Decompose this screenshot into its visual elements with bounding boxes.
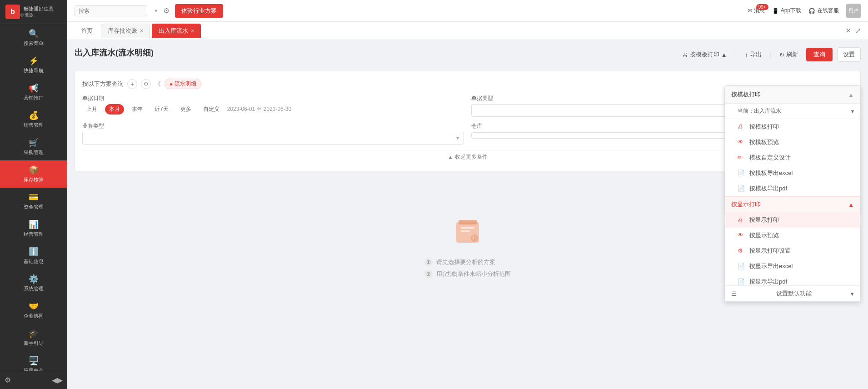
dropdown-scrollable: 当前：出入库流水 ▾ 🖨 按模板打印 👁 按模板预览 ✏ 模板自定义设计 (725, 104, 860, 285)
dropdown-item-display-pdf[interactable]: 📄 按显示导出pdf (725, 274, 860, 285)
page-content: 出入库流水(流水明细) 🖨 按模板打印 ▲ | ↑ 导出 | ↻ (67, 40, 868, 389)
tab-batch-close-icon[interactable]: × (140, 28, 143, 34)
dropdown-item-template-print[interactable]: 🖨 按模板打印 (725, 119, 860, 135)
settings-button[interactable]: 设置 (837, 47, 861, 62)
dropdown-current-item[interactable]: 当前：出入库流水 ▾ (725, 104, 860, 119)
refresh-icon: ↻ (779, 51, 784, 58)
sidebar-item-inventory[interactable]: 📦 库存核算 (0, 160, 67, 188)
collapse-label: 收起更多条件 (455, 153, 488, 161)
download-icon: 📱 (772, 8, 779, 14)
tab-flow-close-icon[interactable]: × (191, 28, 194, 34)
dropdown-item-template-pdf[interactable]: 📄 按模板导出pdf (725, 181, 860, 196)
sidebar-label-purchase: 采购管理 (24, 149, 44, 156)
eye-icon-1: 👁 (738, 139, 745, 146)
filter-add-button[interactable]: + (127, 79, 137, 89)
dropdown-footer[interactable]: ☰ 设置默认功能 ▾ (725, 285, 860, 301)
refresh-btn[interactable]: ↻ 刷新 (776, 49, 802, 60)
sidebar-item-sales[interactable]: 💰 销售管理 (0, 106, 67, 133)
dropdown-item-template-custom[interactable]: ✏ 模板自定义设计 (725, 150, 860, 165)
printer-icon-2: 🖨 (738, 216, 745, 224)
search-input[interactable] (79, 8, 143, 14)
sidebar-label-base: 基础信息 (24, 258, 44, 265)
date-btn-7days[interactable]: 近7天 (150, 104, 173, 115)
date-btn-last-month[interactable]: 上月 (82, 104, 101, 115)
sidebar-item-search[interactable]: 🔍 搜索菜单 (0, 24, 67, 51)
dropdown-item-display-settings[interactable]: ⚙ 按显示打印设置 (725, 243, 860, 259)
sidebar-item-quick-nav[interactable]: ⚡ 快捷导航 (0, 51, 67, 79)
sidebar-item-purchase[interactable]: 🛒 采购管理 (0, 133, 67, 160)
dropdown-display-label-1: 按显示预览 (749, 231, 854, 239)
logo-title: 畅捷通好生意 (24, 5, 54, 12)
sidebar-item-base[interactable]: ℹ️ 基础信息 (0, 242, 67, 269)
sidebar-label-finance: 资金管理 (24, 204, 44, 210)
sidebar-item-corp[interactable]: 🤝 企业协同 (0, 297, 67, 324)
filter-tag[interactable]: ● 流水明细 (165, 79, 201, 89)
customer-service-btn[interactable]: 🎧 在线客服 (808, 7, 839, 15)
dropdown-item-display-excel[interactable]: 📄 按显示导出excel (725, 259, 860, 274)
filter-business-select[interactable]: ▾ (82, 132, 464, 145)
dropdown-item-template-excel[interactable]: 📄 按模板导出excel (725, 165, 860, 181)
printer-icon: 🖨 (682, 51, 688, 58)
print-dropdown-btn[interactable]: 🖨 按模板打印 ▲ (678, 49, 731, 60)
sidebar-label-app-center: 应用中心 (24, 367, 44, 371)
sidebar-icon-operation: 📊 (29, 219, 39, 229)
sidebar-item-finance[interactable]: 💳 资金管理 (0, 188, 67, 215)
collapse-icon[interactable]: ◀▶ (52, 376, 63, 384)
dropdown-item-label-3: 按模板导出excel (749, 169, 854, 177)
export-label: 导出 (750, 50, 762, 59)
dropdown-current-label: 当前：出入库流水 (738, 107, 781, 115)
sidebar-item-guide[interactable]: 🎓 新手引导 (0, 324, 67, 351)
topbar-gear-icon[interactable]: ⚙ (163, 6, 170, 15)
excel-icon-2: 📄 (738, 263, 745, 270)
trial-button[interactable]: 体验行业方案 (175, 4, 223, 18)
filter-label: 按以下方案查询 (82, 80, 124, 88)
sidebar-icon-app-center: 🖥️ (29, 356, 39, 366)
dropdown-current-chevron-icon: ▾ (851, 108, 854, 115)
filter-date-group: 上月 本月 本年 近7天 更多 自定义 2023-06-01 至 2023-06… (82, 104, 464, 115)
app-download-btn[interactable]: 📱 App下载 (772, 7, 801, 15)
sidebar-icon-search: 🔍 (29, 29, 39, 39)
tab-flow[interactable]: 出入库流水 × (152, 24, 201, 38)
tab-home[interactable]: 首页 (75, 24, 99, 38)
tip-text-1: 请先选择要分析的方案 (436, 258, 495, 266)
date-range-text: 2023-06-01 至 2023-06-30 (227, 105, 291, 113)
date-btn-more[interactable]: 更多 (176, 104, 195, 115)
message-badge: 99+ (756, 4, 768, 10)
sidebar-item-marketing[interactable]: 📢 营销推广 (0, 79, 67, 106)
filter-tag-icon: ● (170, 81, 173, 87)
dropdown-title: 按模板打印 (731, 90, 761, 99)
sidebar-item-system[interactable]: ⚙️ 系统管理 (0, 269, 67, 297)
dropdown-item-template-preview[interactable]: 👁 按模板预览 (725, 135, 860, 150)
message-btn[interactable]: ✉ 消息 99+ (748, 7, 765, 15)
dropdown-collapse-icon[interactable]: ▲ (848, 91, 854, 98)
svg-rect-3 (461, 230, 470, 232)
tabbar-expand-icon[interactable]: ⤢ (855, 26, 861, 35)
sidebar-icon-marketing: 📢 (29, 83, 39, 93)
sidebar-item-operation[interactable]: 📊 经营管理 (0, 215, 67, 242)
filter-collapse-button[interactable]: 《 (155, 80, 161, 88)
date-btn-this-year[interactable]: 本年 (128, 104, 147, 115)
sidebar-label-operation: 经营管理 (24, 231, 44, 238)
date-btn-custom[interactable]: 自定义 (199, 104, 224, 115)
sidebar-item-app-center[interactable]: 🖥️ 应用中心 (0, 351, 67, 371)
export-btn[interactable]: ↑ 导出 (741, 49, 765, 60)
tab-batch[interactable]: 库存批次账 × (101, 24, 150, 38)
filter-setting-button[interactable]: ⚙ (141, 79, 151, 89)
sidebar-nav: 🔍 搜索菜单 ⚡ 快捷导航 📢 营销推广 💰 销售管理 🛒 采购管理 📦 库存核… (0, 24, 67, 371)
dropdown-item-display-print[interactable]: 🖨 按显示打印 (725, 212, 860, 228)
sidebar-label-quick-nav: 快捷导航 (24, 67, 44, 74)
settings-icon[interactable]: ⚙ (5, 376, 11, 384)
user-avatar[interactable]: 用户 (846, 4, 861, 18)
display-print-section-header[interactable]: 按显示打印 ▲ (725, 196, 860, 212)
svg-point-4 (471, 234, 478, 242)
printer-icon-1: 🖨 (738, 123, 745, 130)
dropdown-display-label-3: 按显示导出excel (749, 262, 854, 270)
empty-tip-1: ① 请先选择要分析的方案 (424, 258, 510, 266)
dropdown-item-display-preview[interactable]: 👁 按显示预览 (725, 228, 860, 243)
search-caret-icon[interactable]: ▾ (155, 7, 158, 14)
search-box[interactable] (75, 5, 147, 16)
tabbar-close-icon[interactable]: ✕ (845, 26, 851, 35)
date-btn-this-month[interactable]: 本月 (105, 104, 124, 115)
search-button[interactable]: 查询 (806, 48, 833, 61)
sidebar-icon-guide: 🎓 (29, 329, 39, 339)
